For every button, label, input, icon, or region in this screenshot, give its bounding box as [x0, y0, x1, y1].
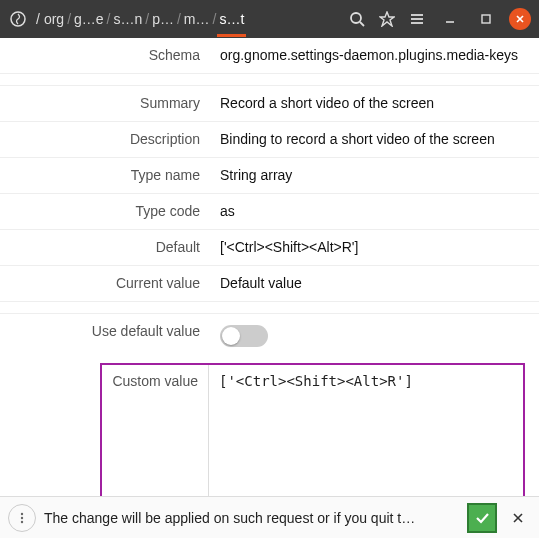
close-button[interactable]: [509, 8, 531, 30]
svg-point-11: [21, 516, 23, 518]
minimize-button[interactable]: [437, 6, 463, 32]
schema-label: Schema: [0, 38, 210, 73]
crumb-media[interactable]: m…: [182, 11, 212, 27]
custom-value-box: Custom value ['<Ctrl><Shift><Alt>R']: [100, 363, 525, 496]
typename-value: String array: [210, 158, 539, 193]
description-value: Binding to record a short video of the s…: [210, 122, 539, 157]
menu-button[interactable]: [403, 5, 431, 33]
breadcrumb: / org / g…e / s…n / p… / m… / s…t: [34, 1, 341, 37]
default-value: ['<Ctrl><Shift><Alt>R']: [210, 230, 539, 265]
crumb-gnome[interactable]: g…e: [72, 11, 106, 27]
maximize-button[interactable]: [473, 6, 499, 32]
schema-value: org.gnome.settings-daemon.plugins.media-…: [210, 38, 539, 73]
typecode-value: as: [210, 194, 539, 229]
default-label: Default: [0, 230, 210, 265]
apply-button[interactable]: [467, 503, 497, 533]
svg-rect-7: [482, 15, 490, 23]
svg-point-10: [21, 512, 23, 514]
svg-point-12: [21, 520, 23, 522]
titlebar: / org / g…e / s…n / p… / m… / s…t: [0, 0, 539, 38]
crumb-org[interactable]: org: [42, 11, 66, 27]
usedefault-toggle[interactable]: [220, 325, 268, 347]
info-icon[interactable]: [8, 504, 36, 532]
typename-label: Type name: [0, 158, 210, 193]
bookmark-button[interactable]: [373, 5, 401, 33]
crumb-plugins[interactable]: p…: [150, 11, 176, 27]
app-icon[interactable]: [4, 5, 32, 33]
summary-label: Summary: [0, 86, 210, 121]
usedefault-label: Use default value: [0, 314, 210, 359]
svg-line-2: [360, 22, 364, 26]
status-message: The change will be applied on such reque…: [44, 510, 459, 526]
typecode-label: Type code: [0, 194, 210, 229]
crumb-root[interactable]: /: [34, 11, 42, 27]
custom-label: Custom value: [102, 365, 208, 496]
crumb-settings[interactable]: s…n: [111, 11, 144, 27]
custom-value-input[interactable]: ['<Ctrl><Shift><Alt>R']: [208, 365, 523, 496]
current-label: Current value: [0, 266, 210, 301]
statusbar: The change will be applied on such reque…: [0, 496, 539, 538]
description-label: Description: [0, 122, 210, 157]
crumb-current[interactable]: s…t: [217, 1, 246, 37]
summary-value: Record a short video of the screen: [210, 86, 539, 121]
dismiss-button[interactable]: [505, 505, 531, 531]
search-button[interactable]: [343, 5, 371, 33]
current-value: Default value: [210, 266, 539, 301]
content-area: Schema org.gnome.settings-daemon.plugins…: [0, 38, 539, 496]
svg-point-1: [351, 13, 361, 23]
